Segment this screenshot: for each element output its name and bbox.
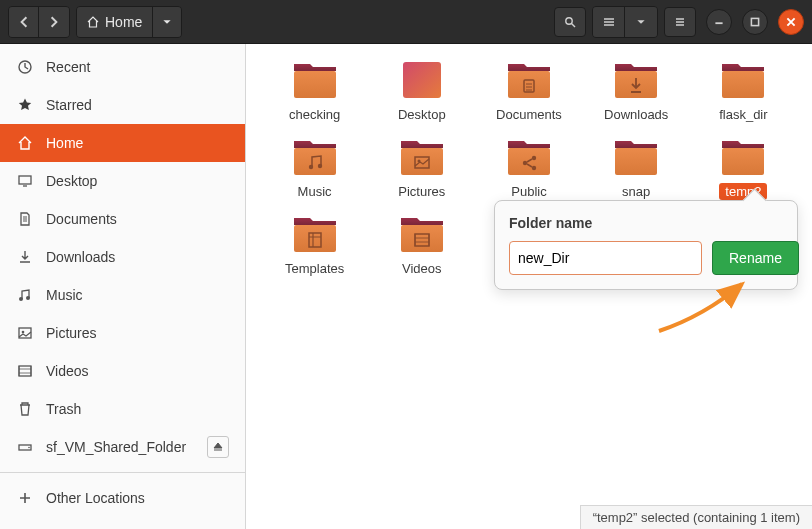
svg-point-0 — [566, 17, 572, 23]
svg-rect-31 — [722, 148, 764, 175]
folder-icon — [397, 212, 447, 256]
grid-item-music[interactable]: Music — [264, 135, 365, 200]
folder-icon — [290, 135, 340, 179]
sidebar-divider — [0, 472, 245, 473]
grid-item-label: Documents — [490, 106, 568, 123]
sidebar-item-label: Home — [46, 135, 83, 151]
grid-item-videos[interactable]: Videos — [371, 212, 472, 277]
grid-item-label: Music — [292, 183, 338, 200]
maximize-button[interactable] — [742, 9, 768, 35]
rename-input[interactable] — [509, 241, 702, 275]
rename-popover: Folder name Rename — [494, 200, 798, 290]
grid-item-label: snap — [616, 183, 656, 200]
sidebar-item-recent[interactable]: Recent — [0, 48, 245, 86]
list-view-button[interactable] — [593, 7, 625, 37]
folder-icon — [504, 58, 554, 102]
sidebar-item-shared-folder[interactable]: sf_VM_Shared_Folder — [0, 428, 245, 466]
sidebar-item-label: Other Locations — [46, 490, 145, 506]
sidebar-item-downloads[interactable]: Downloads — [0, 238, 245, 276]
svg-rect-32 — [294, 225, 336, 252]
sidebar-item-pictures[interactable]: Pictures — [0, 314, 245, 352]
sidebar-item-desktop[interactable]: Desktop — [0, 162, 245, 200]
grid-item-templates[interactable]: Templates — [264, 212, 365, 277]
eject-button[interactable] — [207, 436, 229, 458]
rename-button[interactable]: Rename — [712, 241, 799, 275]
svg-point-21 — [308, 165, 312, 169]
trash-icon — [16, 401, 34, 417]
sidebar-item-label: Recent — [46, 59, 90, 75]
back-button[interactable] — [9, 7, 39, 37]
path-segment-home[interactable]: Home — [77, 7, 153, 37]
view-options-dropdown[interactable] — [625, 7, 657, 37]
sidebar-item-label: Starred — [46, 97, 92, 113]
svg-point-22 — [317, 164, 321, 168]
svg-line-1 — [572, 23, 576, 27]
sidebar: Recent Starred Home Desktop Documents — [0, 44, 246, 529]
view-mode-group — [592, 6, 658, 38]
star-icon — [16, 97, 34, 113]
sidebar-item-videos[interactable]: Videos — [0, 352, 245, 390]
svg-rect-3 — [751, 18, 758, 25]
sidebar-item-home[interactable]: Home — [0, 124, 245, 162]
grid-item-label: Pictures — [392, 183, 451, 200]
minimize-button[interactable] — [706, 9, 732, 35]
sidebar-item-label: Downloads — [46, 249, 115, 265]
status-bar: “temp2” selected (containing 1 item) — [580, 505, 812, 529]
sidebar-item-label: Desktop — [46, 173, 97, 189]
sidebar-item-label: Videos — [46, 363, 89, 379]
close-button[interactable] — [778, 9, 804, 35]
grid-item-flask-dir[interactable]: flask_dir — [693, 58, 794, 123]
menu-button[interactable] — [664, 7, 696, 37]
grid-item-temp2[interactable]: temp2 — [693, 135, 794, 200]
desktop-icon — [16, 173, 34, 189]
grid-item-documents[interactable]: Documents — [478, 58, 579, 123]
folder-icon — [290, 58, 340, 102]
grid-item-label: Downloads — [598, 106, 674, 123]
sidebar-item-other-locations[interactable]: Other Locations — [0, 479, 245, 517]
sidebar-item-starred[interactable]: Starred — [0, 86, 245, 124]
music-icon — [16, 287, 34, 303]
rename-popover-title: Folder name — [509, 215, 783, 231]
folder-icon — [290, 212, 340, 256]
plus-icon — [16, 491, 34, 505]
folder-icon — [611, 58, 661, 102]
downloads-icon — [16, 249, 34, 265]
grid-item-checking[interactable]: checking — [264, 58, 365, 123]
clock-icon — [16, 59, 34, 75]
forward-button[interactable] — [39, 7, 69, 37]
sidebar-item-trash[interactable]: Trash — [0, 390, 245, 428]
videos-icon — [16, 363, 34, 379]
svg-rect-34 — [401, 225, 443, 252]
sidebar-item-documents[interactable]: Documents — [0, 200, 245, 238]
sidebar-item-label: Documents — [46, 211, 117, 227]
search-button[interactable] — [554, 7, 586, 37]
grid-item-pictures[interactable]: Pictures — [371, 135, 472, 200]
sidebar-item-music[interactable]: Music — [0, 276, 245, 314]
grid-item-snap[interactable]: snap — [586, 135, 687, 200]
grid-item-downloads[interactable]: Downloads — [586, 58, 687, 123]
path-bar: Home — [76, 6, 182, 38]
svg-rect-19 — [722, 71, 764, 98]
status-text: “temp2” selected (containing 1 item) — [593, 510, 800, 525]
home-icon — [87, 16, 99, 28]
svg-rect-14 — [294, 71, 336, 98]
folder-icon — [504, 135, 554, 179]
svg-rect-11 — [19, 366, 31, 376]
folder-icon — [718, 135, 768, 179]
svg-rect-20 — [294, 148, 336, 175]
folder-icon — [397, 135, 447, 179]
grid-item-public[interactable]: Public — [478, 135, 579, 200]
grid-item-desktop[interactable]: Desktop — [371, 58, 472, 123]
svg-point-13 — [28, 447, 30, 449]
image-icon — [397, 58, 447, 102]
grid-item-label: Templates — [279, 260, 350, 277]
sidebar-item-label: Music — [46, 287, 83, 303]
sidebar-item-label: Pictures — [46, 325, 97, 341]
svg-rect-15 — [403, 62, 441, 98]
svg-point-10 — [22, 331, 25, 334]
drive-icon — [16, 439, 34, 455]
svg-point-8 — [26, 296, 30, 300]
path-dropdown[interactable] — [153, 7, 181, 37]
grid-item-label: Public — [505, 183, 552, 200]
svg-point-7 — [19, 297, 23, 301]
